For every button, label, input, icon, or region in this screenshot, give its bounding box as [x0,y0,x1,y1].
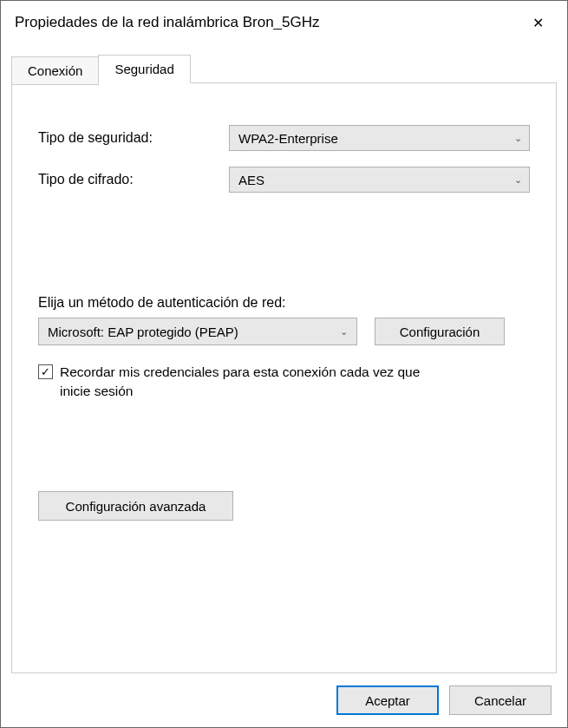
auth-method-select[interactable]: Microsoft: EAP protegido (PEAP) ⌄ [38,318,357,345]
dialog-footer: Aceptar Cancelar [1,673,567,727]
encryption-select[interactable]: AES ⌄ [229,167,530,193]
security-type-row: Tipo de seguridad: WPA2-Enterprise ⌄ [38,125,530,151]
cancel-button[interactable]: Cancelar [449,685,552,715]
encryption-value: AES [238,173,264,187]
chevron-down-icon: ⌄ [514,133,522,144]
close-icon[interactable]: ✕ [520,10,555,36]
auth-row: Microsoft: EAP protegido (PEAP) ⌄ Config… [38,318,530,345]
remember-credentials-checkbox[interactable]: ✓ [38,364,53,379]
advanced-configuration-button[interactable]: Configuración avanzada [38,491,233,521]
dialog-window: Propiedades de la red inalámbrica Bron_5… [0,0,568,728]
chevron-down-icon: ⌄ [340,326,348,338]
accept-button[interactable]: Aceptar [336,685,439,715]
tab-panel-security: Tipo de seguridad: WPA2-Enterprise ⌄ Tip… [11,82,557,673]
security-type-value: WPA2-Enterprise [238,131,338,146]
tab-connection[interactable]: Conexión [11,56,99,85]
titlebar: Propiedades de la red inalámbrica Bron_5… [1,1,567,44]
tab-strip: Conexión Seguridad [11,55,557,83]
window-title: Propiedades de la red inalámbrica Bron_5… [15,14,520,31]
auth-section: Elija un método de autenticación de red:… [38,295,530,400]
remember-credentials-row: ✓ Recordar mis credenciales para esta co… [38,363,446,400]
auth-method-value: Microsoft: EAP protegido (PEAP) [48,325,238,339]
security-type-label: Tipo de seguridad: [38,130,229,146]
content-area: Conexión Seguridad Tipo de seguridad: WP… [1,44,567,673]
security-type-select[interactable]: WPA2-Enterprise ⌄ [229,125,530,151]
encryption-row: Tipo de cifrado: AES ⌄ [38,167,530,193]
auth-method-label: Elija un método de autenticación de red: [38,295,530,311]
configuration-button[interactable]: Configuración [375,318,505,345]
chevron-down-icon: ⌄ [514,174,522,186]
remember-credentials-label: Recordar mis credenciales para esta cone… [60,363,446,400]
tab-security[interactable]: Seguridad [98,55,190,83]
encryption-label: Tipo de cifrado: [38,172,229,187]
